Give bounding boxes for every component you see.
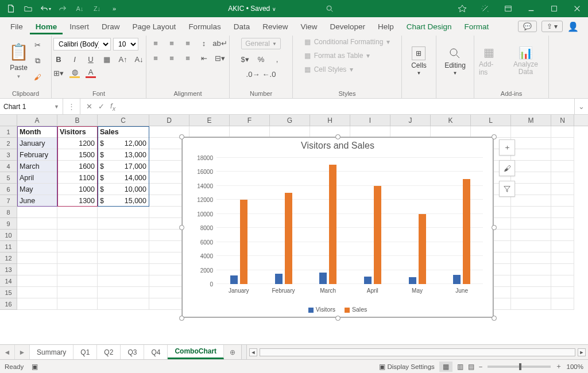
- increase-font-icon[interactable]: A↑: [118, 54, 128, 64]
- cell-N1[interactable]: [551, 126, 574, 138]
- tab-home[interactable]: Home: [30, 19, 63, 34]
- cell-N2[interactable]: [551, 138, 574, 149]
- cell-M11[interactable]: [511, 241, 551, 252]
- cell-styles-button[interactable]: ▦ Cell Styles ▾: [304, 65, 354, 73]
- cell-A13[interactable]: [17, 264, 57, 275]
- cell-N10[interactable]: [551, 230, 574, 241]
- chart-resize-handle[interactable]: [179, 134, 184, 139]
- align-center-icon[interactable]: ≡: [167, 53, 177, 63]
- row-header-10[interactable]: 10: [0, 230, 17, 241]
- cell-M12[interactable]: [511, 252, 551, 264]
- cell-L1[interactable]: [471, 126, 511, 138]
- cell-A4[interactable]: March: [17, 161, 57, 172]
- worksheet-grid[interactable]: ABCDEFGHIJKLMN 12345678910111213141516 M…: [0, 115, 588, 344]
- cell-A7[interactable]: June: [17, 195, 57, 207]
- add-sheet-button[interactable]: ⊕: [224, 345, 241, 359]
- copy-icon[interactable]: ⧉: [32, 56, 42, 66]
- cell-C10[interactable]: [98, 230, 149, 241]
- tab-review[interactable]: Review: [257, 19, 293, 34]
- col-header-J[interactable]: J: [390, 115, 431, 126]
- cell-M13[interactable]: [511, 264, 551, 275]
- col-header-I[interactable]: I: [350, 115, 390, 126]
- conditional-formatting-button[interactable]: ▦ Conditional Formatting ▾: [304, 38, 390, 46]
- cell-A10[interactable]: [17, 230, 57, 241]
- col-header-L[interactable]: L: [471, 115, 511, 126]
- row-header-2[interactable]: 2: [0, 138, 17, 149]
- macro-record-icon[interactable]: ▣: [32, 363, 38, 371]
- paste-icon[interactable]: 📋: [9, 42, 29, 61]
- view-normal-icon[interactable]: ▦: [439, 362, 452, 372]
- chart-resize-handle[interactable]: [335, 134, 341, 139]
- cell-C7[interactable]: $15,000: [98, 195, 149, 207]
- align-right-icon[interactable]: ≡: [183, 53, 193, 63]
- maximize-icon[interactable]: [547, 1, 562, 16]
- merge-center-icon[interactable]: ⊟▾: [215, 53, 225, 63]
- cell-I1[interactable]: [350, 126, 390, 138]
- cell-N14[interactable]: [551, 275, 574, 287]
- cell-C5[interactable]: $14,000: [98, 172, 149, 184]
- cell-N12[interactable]: [551, 252, 574, 264]
- cell-N7[interactable]: [551, 195, 574, 207]
- cell-C12[interactable]: [98, 252, 149, 264]
- cell-H1[interactable]: [310, 126, 350, 138]
- cell-B5[interactable]: 1100: [57, 172, 98, 184]
- row-header-15[interactable]: 15: [0, 287, 17, 298]
- decrease-decimal-icon[interactable]: ←.0: [264, 69, 274, 79]
- cell-C14[interactable]: [98, 275, 149, 287]
- close-icon[interactable]: [570, 1, 585, 16]
- cell-C16[interactable]: [98, 298, 149, 310]
- cell-N9[interactable]: [551, 218, 574, 230]
- tab-insert[interactable]: Insert: [64, 19, 95, 34]
- cell-A2[interactable]: January: [17, 138, 57, 149]
- row-header-16[interactable]: 16: [0, 298, 17, 310]
- tab-formulas[interactable]: Formulas: [183, 19, 226, 34]
- cell-B11[interactable]: [57, 241, 98, 252]
- row-header-5[interactable]: 5: [0, 172, 17, 184]
- cell-B4[interactable]: 1600: [57, 161, 98, 172]
- editing-button[interactable]: Editing▼: [444, 46, 466, 76]
- sheet-tab-combochart[interactable]: ComboChart: [168, 345, 224, 359]
- zoom-slider[interactable]: [488, 366, 551, 368]
- cells-button[interactable]: ⊞Cells▼: [411, 46, 427, 76]
- cell-C11[interactable]: [98, 241, 149, 252]
- col-header-C[interactable]: C: [98, 115, 149, 126]
- align-left-icon[interactable]: ≡: [150, 53, 161, 63]
- cell-N8[interactable]: [551, 207, 574, 218]
- open-file-icon[interactable]: [21, 1, 36, 16]
- plot-area[interactable]: 0200040006000800010000120001400016000180…: [216, 159, 483, 284]
- number-format-select[interactable]: General▼: [241, 38, 281, 49]
- tab-view[interactable]: View: [295, 19, 323, 34]
- cell-B2[interactable]: 1200: [57, 138, 98, 149]
- cell-A6[interactable]: May: [17, 184, 57, 195]
- tab-format[interactable]: Format: [459, 19, 495, 34]
- cell-M6[interactable]: [511, 184, 551, 195]
- borders-dropdown[interactable]: ⊞▾: [53, 68, 64, 78]
- cell-C13[interactable]: [98, 264, 149, 275]
- cell-A9[interactable]: [17, 218, 57, 230]
- cell-B12[interactable]: [57, 252, 98, 264]
- percent-icon[interactable]: %: [256, 54, 266, 64]
- cell-M14[interactable]: [511, 275, 551, 287]
- cell-B15[interactable]: [57, 287, 98, 298]
- cell-A3[interactable]: February: [17, 149, 57, 161]
- cell-N5[interactable]: [551, 172, 574, 184]
- cell-N4[interactable]: [551, 161, 574, 172]
- cell-C2[interactable]: $12,000: [98, 138, 149, 149]
- cell-M9[interactable]: [511, 218, 551, 230]
- sheet-tab-q3[interactable]: Q3: [121, 345, 144, 359]
- tab-pagelayout[interactable]: Page Layout: [127, 19, 182, 34]
- cell-M10[interactable]: [511, 230, 551, 241]
- cell-B1[interactable]: Visitors: [57, 126, 98, 138]
- col-header-D[interactable]: D: [149, 115, 189, 126]
- cell-N3[interactable]: [551, 149, 574, 161]
- view-pagelayout-icon[interactable]: ▥: [457, 363, 463, 371]
- cell-A1[interactable]: Month: [17, 126, 57, 138]
- sheet-tab-summary[interactable]: Summary: [30, 345, 74, 359]
- italic-button[interactable]: I: [69, 54, 80, 64]
- cell-M16[interactable]: [511, 298, 551, 310]
- cell-M3[interactable]: [511, 149, 551, 161]
- row-header-14[interactable]: 14: [0, 275, 17, 287]
- col-header-B[interactable]: B: [57, 115, 98, 126]
- row-header-3[interactable]: 3: [0, 149, 17, 161]
- comma-icon[interactable]: ,: [272, 54, 283, 64]
